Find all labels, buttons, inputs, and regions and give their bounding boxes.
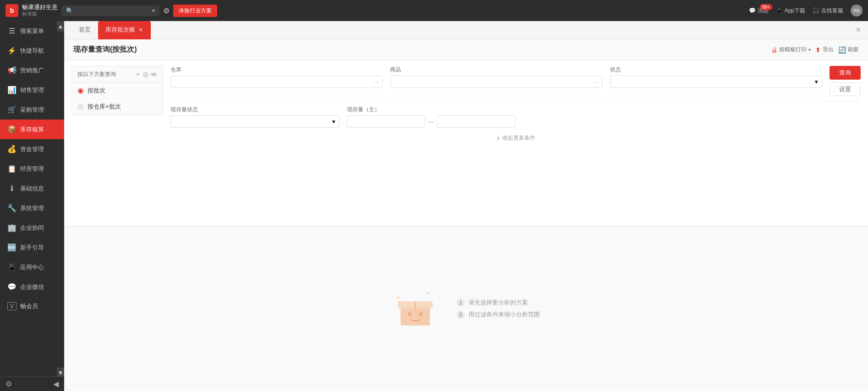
sidebar-item-new-guide[interactable]: 🆕 新手引导 [0,238,64,257]
tab-close-btn[interactable]: × [138,27,143,33]
inventory-status-arrow-icon: ▾ [332,118,335,125]
user-avatar[interactable]: Rit [851,5,863,16]
enterprise-wx-icon: 💬 [7,282,16,291]
sidebar-item-finance[interactable]: 💰 资金管理 [0,139,64,159]
sidebar-item-sales-mgmt[interactable]: 📊 销售管理 [0,80,64,100]
refresh-icon: 🔄 [838,46,846,54]
member-icon: V [7,302,16,310]
warehouse-label: 仓库 [170,66,383,74]
warehouse-input[interactable] [175,78,371,85]
refresh-label: 刷新 [848,46,859,54]
svg-text:·: · [431,305,432,310]
settings-btn[interactable]: 设置 [830,82,861,96]
goods-input[interactable] [394,78,590,85]
sidebar-item-quick-nav[interactable]: ⚡ 快捷导航 [0,41,64,60]
sidebar-item-search-menu[interactable]: ☰ 搜索菜单 [0,21,64,41]
empty-hint-2: 2 用过滤条件来缩小分析范围 [456,310,540,319]
refresh-btn[interactable]: 🔄 刷新 [838,46,859,54]
search-bar[interactable]: 🔍 ▾ [61,5,159,16]
collapse-btn[interactable]: ∧ 收起更多条件 [170,132,861,144]
sidebar-item-app-center[interactable]: 📱 应用中心 [0,257,64,277]
status-select[interactable]: ▾ [610,76,822,88]
add-scheme-icon[interactable]: ＋ [135,70,141,78]
sidebar-item-base-info[interactable]: ℹ 基础信息 [0,179,64,198]
tab-inventory-batch-label: 库存批次账 [105,26,135,34]
inventory-main-from-wrap[interactable] [347,115,426,128]
search-dropdown-btn[interactable]: ▾ [152,7,155,14]
sidebar-item-inventory-label: 库存核算 [20,125,44,134]
sidebar-item-app-center-label: 应用中心 [20,263,44,272]
inventory-status-field: 现存量状态 ▾ [170,106,340,128]
sidebar-item-purchase-label: 采购管理 [20,106,44,114]
sidebar-item-member-label: 畅会员 [20,302,38,310]
scheme-warehouse-batch-label: 按仓库+批次 [88,103,121,111]
goods-dots-icon[interactable]: ··· [593,78,599,85]
sales-icon: 📊 [7,86,16,94]
svg-point-4 [419,312,423,316]
export-icon: ⬆ [815,46,821,54]
tab-inventory-batch[interactable]: 库存批次账 × [98,21,151,39]
inventory-main-to-input[interactable] [441,118,511,125]
new-guide-icon: 🆕 [7,243,16,252]
empty-hint-2-text: 用过滤条件来缩小分析范围 [468,310,540,319]
export-btn[interactable]: ⬆ 导出 [815,46,834,54]
scheme-icons: ＋ ◎ ≪ [135,70,157,78]
quick-nav-icon: ⚡ [7,46,16,55]
search-input[interactable] [76,7,149,14]
marketing-icon: 📢 [7,66,16,75]
sidebar-item-inventory[interactable]: 📦 库存核算 [0,119,64,139]
inventory-status-select[interactable]: ▾ [170,115,340,128]
app-download-btn[interactable]: 📱 App下载 [776,7,805,15]
sidebar-item-operations[interactable]: 📋 经营管理 [0,159,64,179]
finance-icon: 💰 [7,145,16,153]
message-icon: 💬 [749,7,756,14]
headset-icon: 🎧 [813,7,819,14]
print-btn[interactable]: 🖨 按模板打印 ▾ [771,46,811,54]
settings-scheme-icon[interactable]: ◎ [143,71,148,78]
system-icon: 🔧 [7,204,16,212]
scheme-warehouse-batch-item[interactable]: ◎ 按仓库+批次 [72,98,163,114]
sidebar-item-enterprise[interactable]: 🏢 企业协同 [0,218,64,238]
tab-home[interactable]: 首页 [71,21,98,39]
export-label: 导出 [823,46,834,54]
sidebar-item-system-mgmt[interactable]: 🔧 系统管理 [0,198,64,218]
scheme-label: 按以下方案查询 [77,71,116,78]
svg-rect-0 [401,306,430,326]
sidebar-settings-icon[interactable]: ⚙ [5,380,12,388]
brand-name: 畅康通好生意 [22,4,58,11]
sidebar-item-enterprise-label: 企业协同 [20,224,44,232]
warehouse-input-wrap[interactable]: ··· [170,76,383,88]
warehouse-dots-icon[interactable]: ··· [374,78,379,85]
tab-panel-close-btn[interactable]: × [856,25,861,35]
inventory-main-to-wrap[interactable] [437,115,516,128]
collapse-scheme-icon[interactable]: ≪ [150,71,157,78]
goods-input-wrap[interactable]: ··· [390,76,602,88]
scheme-active-icon: ◉ [77,86,84,95]
sidebar-item-enterprise-wx[interactable]: 💬 企业微信 [0,277,64,297]
message-btn[interactable]: 💬 消息 99+ [749,7,769,15]
experience-btn[interactable]: 体验行业方案 [173,5,217,17]
enterprise-icon: 🏢 [7,223,16,232]
online-service-btn[interactable]: 🎧 在线客服 [813,7,843,15]
inventory-icon: 📦 [7,125,16,134]
message-badge: 99+ [760,4,772,10]
status-label: 状态 [610,66,822,74]
sidebar-item-purchase-mgmt[interactable]: 🛒 采购管理 [0,100,64,119]
sidebar-bottom: ⚙ ◀ [0,376,64,391]
sidebar-scroll-up-btn[interactable]: ▲ [57,21,64,32]
inventory-main-from-input[interactable] [351,118,422,125]
tab-bar: 首页 库存批次账 × × [64,21,868,39]
topbar: b 畅康通好生意 标准版 🔍 ▾ ⚙ 体验行业方案 💬 消息 99+ 📱 App… [0,0,868,21]
sidebar-item-marketing-label: 营销推广 [20,66,44,75]
query-btn[interactable]: 查询 [830,66,861,80]
scheme-batch-item[interactable]: ◉ 按批次 [72,82,163,98]
sidebar-item-member[interactable]: V 畅会员 [0,297,64,316]
search-icon: 🔍 [66,7,73,14]
svg-text:✦: ✦ [427,291,430,296]
sidebar-item-marketing[interactable]: 📢 营销推广 [0,60,64,80]
inventory-main-separator: — [428,118,434,125]
sidebar-item-search-label: 搜索菜单 [20,27,44,35]
sidebar-collapse-icon[interactable]: ◀ [53,380,59,388]
settings-icon[interactable]: ⚙ [163,6,170,15]
inventory-main-field: 现存量（主） — [347,106,516,128]
